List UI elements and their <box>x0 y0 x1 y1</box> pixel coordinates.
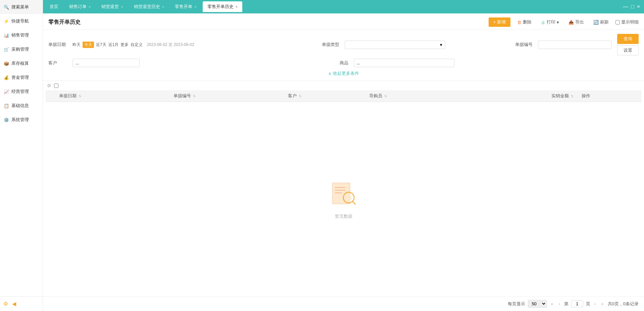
per-page-select[interactable]: 50 20 100 <box>528 300 547 308</box>
collapse-button[interactable]: ∧ 收起更多条件 <box>328 70 359 76</box>
tab-retail-open-close[interactable]: × <box>194 5 196 9</box>
tab-sales-order-label: 销售订单 <box>69 4 87 10</box>
refresh-button[interactable]: 🔄 刷新 <box>591 18 611 27</box>
sidebar-search[interactable]: 🔍 搜索菜单 <box>0 0 43 14</box>
refresh-icon: 🔄 <box>593 20 599 25</box>
customer-label: 客户 <box>48 60 67 66</box>
last-page-btn[interactable]: » <box>600 301 605 307</box>
print-dropdown-icon: ▾ <box>557 20 559 25</box>
empty-icon <box>327 179 360 209</box>
shortcut-more[interactable]: 更多 <box>120 42 129 48</box>
sidebar-item-basic-info[interactable]: 📋 基础信息 <box>0 99 43 113</box>
table-toolbar: ⚙ <box>46 81 641 90</box>
tab-retail-open[interactable]: 零售开单 × <box>170 1 201 12</box>
per-page-label: 每页显示 <box>508 301 525 307</box>
pagination: 每页显示 50 20 100 « ‹ 第 页 › » 共0页，0条记录 <box>43 296 644 311</box>
purchase-mgmt-icon: 🛒 <box>3 46 9 52</box>
type-select[interactable]: ▾ <box>345 41 445 49</box>
print-icon: 🖨 <box>541 20 545 25</box>
export-icon: 📤 <box>568 20 574 25</box>
tab-sales-order-close[interactable]: × <box>89 5 91 9</box>
tab-bar: 首页 销售订单 × 销货退货 × 销货退货历史 × 零售开单 × 零售开单历史 … <box>43 0 644 13</box>
display-detail-toggle[interactable]: 显示明细 <box>615 19 639 25</box>
shortcut-last7[interactable]: 近7天 <box>96 42 106 48</box>
quick-nav-icon: ⚡ <box>3 18 9 24</box>
next-page-btn[interactable]: › <box>593 301 597 307</box>
sidebar-item-label: 库存核算 <box>11 60 29 66</box>
sort-no-icon[interactable]: ⇅ <box>193 94 196 98</box>
sidebar-item-purchase-mgmt[interactable]: 🛒 采购管理 <box>0 42 43 56</box>
sort-salesperson-icon[interactable]: ⇅ <box>384 94 387 98</box>
inventory-icon: 📦 <box>3 60 9 66</box>
data-table: 单据日期 ⇅ 单据编号 ⇅ 客户 ⇅ 导购员 ⇅ <box>46 90 641 102</box>
filter-area: 单据日期 昨天 今天 近7天 近1月 更多 自定义 2023-06-02 至 2… <box>43 30 644 81</box>
shortcut-last-month[interactable]: 近1月 <box>108 42 119 48</box>
prev-page-btn[interactable]: ‹ <box>557 301 561 307</box>
tab-sales-return[interactable]: 销货退货 × <box>97 1 128 12</box>
tab-sales-return-history-label: 销货退货历史 <box>134 4 160 10</box>
tab-home[interactable]: 首页 <box>45 1 63 12</box>
minimize-icon[interactable]: — <box>623 4 628 10</box>
tab-retail-open-label: 零售开单 <box>175 4 192 10</box>
svg-point-6 <box>345 194 352 201</box>
sort-amount-icon[interactable]: ⇅ <box>571 94 574 98</box>
sidebar-item-inventory[interactable]: 📦 库存核算 <box>0 56 43 70</box>
sidebar-item-quick-nav[interactable]: ⚡ 快捷导航 <box>0 14 43 28</box>
date-label: 单据日期 <box>48 42 67 48</box>
shortcut-yesterday[interactable]: 昨天 <box>72 42 81 48</box>
sidebar-item-label: 经营管理 <box>11 89 29 95</box>
filter-row-1: 单据日期 昨天 今天 近7天 近1月 更多 自定义 2023-06-02 至 2… <box>48 34 639 55</box>
goods-select-placeholder: ... <box>357 60 360 65</box>
settings-button[interactable]: 设置 <box>617 45 639 55</box>
empty-state: 暂无数据 <box>46 102 641 296</box>
page-label: 第 <box>564 301 568 307</box>
sidebar-item-system[interactable]: ⚙️ 系统管理 <box>0 113 43 127</box>
sidebar-item-finance[interactable]: 💰 资金管理 <box>0 70 43 85</box>
sort-customer-icon[interactable]: ⇅ <box>299 94 301 98</box>
toolbar: + 新增 🗑 删除 🖨 打印 ▾ 📤 导出 🔄 刷新 <box>489 17 639 27</box>
table-settings-icon[interactable]: ⚙ <box>47 83 51 88</box>
sidebar-item-label: 采购管理 <box>11 46 29 52</box>
sidebar-settings-icon[interactable]: ⚙ <box>3 301 8 307</box>
customer-select-placeholder: ... <box>76 60 79 65</box>
tab-sales-return-history[interactable]: 销货退货历史 × <box>129 1 169 12</box>
th-amount: 实销金额 ⇅ <box>463 90 578 102</box>
query-button[interactable]: 查询 <box>617 34 639 44</box>
display-detail-checkbox[interactable] <box>615 20 620 24</box>
no-label: 单据编号 <box>514 42 533 48</box>
sidebar-item-operations[interactable]: 📈 经营管理 <box>0 85 43 99</box>
customer-select[interactable]: ... <box>72 59 140 67</box>
search-icon: 🔍 <box>3 4 9 10</box>
tab-sales-return-history-close[interactable]: × <box>162 5 164 9</box>
tab-sales-return-close[interactable]: × <box>121 5 123 9</box>
close-icon[interactable]: × <box>637 4 640 10</box>
select-all-checkbox[interactable] <box>54 84 58 88</box>
no-input[interactable] <box>538 41 612 49</box>
tab-retail-open-history-close[interactable]: × <box>236 5 238 9</box>
system-icon: ⚙️ <box>3 117 9 123</box>
first-page-btn[interactable]: « <box>549 301 554 307</box>
shortcut-today[interactable]: 今天 <box>83 42 94 48</box>
page-number-input[interactable] <box>571 300 583 307</box>
tab-retail-open-history[interactable]: 零售开单历史 × <box>203 1 242 12</box>
tab-retail-open-history-label: 零售开单历史 <box>207 4 234 10</box>
page-suffix: 页 <box>586 301 590 307</box>
print-button[interactable]: 🖨 打印 ▾ <box>538 18 562 27</box>
tab-sales-order[interactable]: 销售订单 × <box>64 1 95 12</box>
sidebar-collapse-icon[interactable]: ◀ <box>12 301 16 307</box>
add-button[interactable]: + 新增 <box>489 17 510 27</box>
goods-select[interactable]: ... <box>354 59 454 67</box>
sort-date-icon[interactable]: ⇅ <box>79 94 81 98</box>
main-area: 首页 销售订单 × 销货退货 × 销货退货历史 × 零售开单 × 零售开单历史 … <box>43 0 644 311</box>
tab-bar-right: — □ × <box>623 4 643 10</box>
tab-home-label: 首页 <box>50 4 58 10</box>
page-title: 零售开单历史 <box>48 19 81 26</box>
type-label: 单据类型 <box>320 42 339 48</box>
goods-label: 商品 <box>330 60 348 66</box>
export-button[interactable]: 📤 导出 <box>566 18 587 27</box>
shortcut-custom[interactable]: 自定义 <box>131 42 143 48</box>
sidebar-item-sales-mgmt[interactable]: 📊 销售管理 <box>0 28 43 42</box>
delete-button[interactable]: 🗑 删除 <box>514 18 534 27</box>
maximize-icon[interactable]: □ <box>631 4 634 10</box>
empty-text: 暂无数据 <box>335 213 352 219</box>
